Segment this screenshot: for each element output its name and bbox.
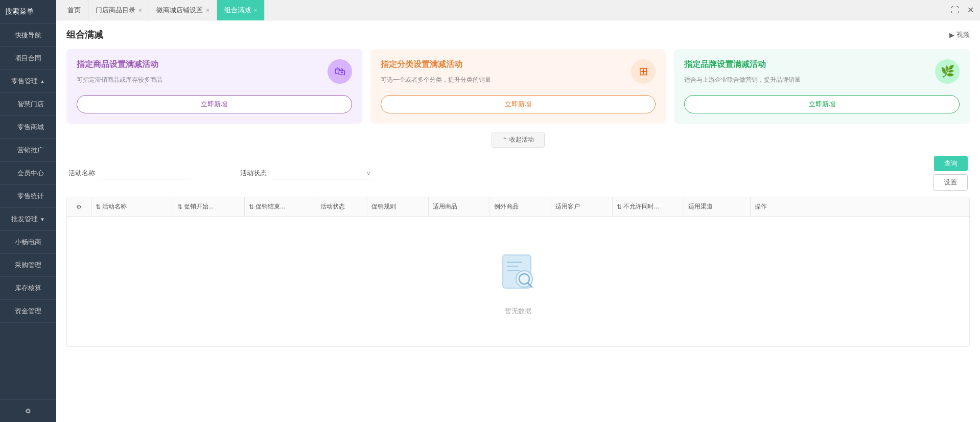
card-product-desc: 可指定滞销商品或库存较多商品 <box>77 75 352 85</box>
th-gear[interactable]: ⚙ <box>67 197 91 216</box>
sidebar-item-label: 库存核算 <box>15 284 41 293</box>
th-not-allow[interactable]: ⇅ 不允许同时... <box>613 197 684 216</box>
chevron-up-icon: ▲ <box>40 79 45 84</box>
th-ops: 操作 <box>751 197 969 216</box>
sidebar-item-xiochang-ecom[interactable]: 小畅电商 <box>0 231 56 254</box>
sort-icon: ⇅ <box>96 203 101 210</box>
sidebar-item-label: 小畅电商 <box>15 238 41 247</box>
collapse-activity-button[interactable]: ⌃ 收起活动 <box>492 132 545 148</box>
table-header: ⚙ ⇅ 活动名称 ⇅ 促销开始... ⇅ 促销结束... 活动状态 <box>67 197 969 217</box>
page-header: 组合满减 ▶ 视频 <box>66 29 970 41</box>
th-goods: 适用商品 <box>429 197 490 216</box>
th-status: 活动状态 <box>316 197 367 216</box>
card-brand-title: 指定品牌设置满减活动 <box>684 59 960 70</box>
search-bar: 活动名称 活动状态 ∨ 查询 设置 <box>66 156 970 191</box>
tab-store-catalog[interactable]: 门店商品目录 × <box>88 0 149 20</box>
activity-name-label: 活动名称 <box>68 169 95 178</box>
tab-wechat-store-close[interactable]: × <box>206 7 209 13</box>
settings-button[interactable]: 设置 <box>933 174 968 191</box>
sidebar-item-wholesale-mgmt[interactable]: 批发管理 ▼ <box>0 208 56 231</box>
activity-status-select[interactable] <box>271 167 373 179</box>
tab-store-catalog-label: 门店商品目录 <box>96 6 135 15</box>
th-promo-start-label: 促销开始... <box>184 202 214 211</box>
th-goods-label: 适用商品 <box>433 202 457 211</box>
tab-combo-discount-label: 组合满减 <box>224 6 251 15</box>
empty-illustration <box>493 247 544 298</box>
th-promo-start[interactable]: ⇅ 促销开始... <box>173 197 245 216</box>
sidebar-item-retail-mgmt[interactable]: 零售管理 ▲ <box>0 70 56 93</box>
tab-actions: ⛶ ✕ <box>949 3 976 17</box>
svg-rect-2 <box>507 266 518 267</box>
sidebar-item-retail-mall[interactable]: 零售商城 <box>0 116 56 139</box>
sidebar-item-quick-nav[interactable]: 快捷导航 <box>0 24 56 47</box>
svg-rect-1 <box>507 262 522 263</box>
play-circle-icon: ▶ <box>949 31 954 39</box>
sidebar-item-label: 零售商城 <box>17 123 44 132</box>
cards-container: 🛍 指定商品设置满减活动 可指定滞销商品或库存较多商品 立即新增 ⊞ 指定分类设… <box>66 49 970 124</box>
card-product-icon: 🛍 <box>328 59 352 84</box>
sort-icon: ⇅ <box>249 203 254 210</box>
sidebar-settings-button[interactable]: ⚙ <box>0 400 56 422</box>
sidebar-item-label: 零售统计 <box>17 192 44 201</box>
th-except-goods: 例外商品 <box>490 197 551 216</box>
sort-icon: ⇅ <box>177 203 182 210</box>
card-brand-add-button[interactable]: 立即新增 <box>684 95 960 113</box>
sidebar-item-project-contract[interactable]: 项目合同 <box>0 47 56 70</box>
sidebar-item-member-center[interactable]: 会员中心 <box>0 162 56 185</box>
activity-status-field: 活动状态 ∨ <box>240 167 373 179</box>
sidebar-item-label: 项目合同 <box>15 54 41 63</box>
sidebar-item-purchase-mgmt[interactable]: 采购管理 <box>0 254 56 277</box>
sidebar-item-label: 资金管理 <box>15 307 41 316</box>
main-area: 首页 门店商品目录 × 微商城店铺设置 × 组合满减 × ⛶ ✕ 组合满减 <box>56 0 980 422</box>
th-promo-end[interactable]: ⇅ 促销结束... <box>245 197 316 216</box>
sidebar-item-label: 智慧门店 <box>17 100 44 109</box>
data-table: ⚙ ⇅ 活动名称 ⇅ 促销开始... ⇅ 促销结束... 活动状态 <box>66 197 970 347</box>
sidebar: 搜索菜单 快捷导航 项目合同 零售管理 ▲ 智慧门店 零售商城 营销推广 会员中… <box>0 0 56 422</box>
restore-window-button[interactable]: ⛶ <box>949 4 961 17</box>
tab-store-catalog-close[interactable]: × <box>138 7 142 13</box>
chevron-down-icon: ▼ <box>40 217 45 222</box>
activity-status-select-wrapper: ∨ <box>271 167 373 179</box>
query-button[interactable]: 查询 <box>934 156 968 171</box>
th-channel: 适用渠道 <box>684 197 751 216</box>
collapse-bar: ⌃ 收起活动 <box>66 132 970 148</box>
collapse-label: 收起活动 <box>509 135 534 144</box>
tab-combo-discount-close[interactable]: × <box>254 7 257 13</box>
sidebar-item-smart-store[interactable]: 智慧门店 <box>0 93 56 116</box>
page-content: 组合满减 ▶ 视频 🛍 指定商品设置满减活动 可指定滞销商品或库存较多商品 立即… <box>56 20 980 422</box>
activity-name-field: 活动名称 <box>68 167 191 179</box>
close-window-button[interactable]: ✕ <box>965 3 976 17</box>
activity-name-input[interactable] <box>99 167 191 179</box>
sidebar-item-retail-stats[interactable]: 零售统计 <box>0 185 56 208</box>
card-product-title: 指定商品设置满减活动 <box>77 59 352 70</box>
th-not-allow-label: 不允许同时... <box>623 202 659 211</box>
tab-home-label: 首页 <box>67 6 81 15</box>
tab-bar: 首页 门店商品目录 × 微商城店铺设置 × 组合满减 × ⛶ ✕ <box>56 0 980 20</box>
gear-icon: ⚙ <box>25 407 31 415</box>
sidebar-item-label: 会员中心 <box>17 169 44 178</box>
tab-combo-discount[interactable]: 组合满减 × <box>217 0 265 20</box>
card-category-add-button[interactable]: 立即新增 <box>381 95 656 113</box>
close-icon: ✕ <box>967 6 974 14</box>
sidebar-item-inventory-calc[interactable]: 库存核算 <box>0 277 56 300</box>
tab-wechat-store[interactable]: 微商城店铺设置 × <box>149 0 217 20</box>
sidebar-item-marketing[interactable]: 营销推广 <box>0 139 56 162</box>
th-activity-name[interactable]: ⇅ 活动名称 <box>91 197 173 216</box>
sidebar-item-label: 批发管理 <box>11 215 38 224</box>
card-product-add-button[interactable]: 立即新增 <box>77 95 352 113</box>
sidebar-item-label: 快捷导航 <box>15 31 41 40</box>
sidebar-item-finance-mgmt[interactable]: 资金管理 <box>0 300 56 323</box>
leaf-icon: 🌿 <box>941 65 954 78</box>
card-brand: 🌿 指定品牌设置满减活动 适合与上游企业联合做营销，提升品牌销量 立即新增 <box>674 49 970 124</box>
th-except-label: 例外商品 <box>494 202 519 211</box>
th-status-label: 活动状态 <box>320 202 345 211</box>
video-link[interactable]: ▶ 视频 <box>949 30 970 39</box>
sort-icon: ⇅ <box>617 203 622 210</box>
tab-home[interactable]: 首页 <box>60 0 88 20</box>
th-channel-label: 适用渠道 <box>688 202 713 211</box>
th-customer: 适用客户 <box>551 197 613 216</box>
sidebar-search[interactable]: 搜索菜单 <box>0 0 56 24</box>
table-settings-icon: ⚙ <box>76 203 82 210</box>
card-category-title: 指定分类设置满减活动 <box>381 59 656 70</box>
empty-text: 暂无数据 <box>77 307 959 316</box>
